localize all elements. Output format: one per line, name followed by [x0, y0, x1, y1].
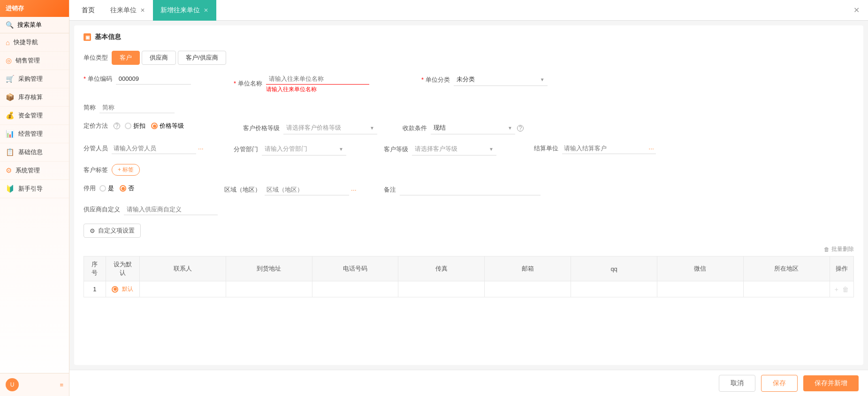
- save-new-button[interactable]: 保存并新增: [803, 375, 859, 391]
- region-input[interactable]: [265, 184, 347, 195]
- tab-new-partner[interactable]: 新增往来单位 ✕: [153, 0, 216, 21]
- col-contact: 联系人: [139, 256, 226, 281]
- cell-region[interactable]: [743, 281, 830, 297]
- manager-more-btn[interactable]: ···: [196, 145, 206, 152]
- payment-select[interactable]: 现结 ▼: [431, 122, 515, 134]
- settlement-more-btn[interactable]: ···: [647, 145, 656, 152]
- form-group-dept: 分管部门 请输入分管部门 ▼: [234, 143, 374, 155]
- cancel-button[interactable]: 取消: [719, 375, 755, 392]
- add-row-btn[interactable]: +: [835, 286, 838, 293]
- sidebar-item-inventory[interactable]: 📦 库存核算: [0, 88, 69, 107]
- sidebar-item-finance[interactable]: 💰 资金管理: [0, 107, 69, 125]
- pricing-help-icon[interactable]: ?: [114, 123, 120, 129]
- sidebar-search-item[interactable]: 🔍 搜索菜单: [0, 17, 69, 33]
- radio-no-label: 否: [128, 184, 134, 193]
- dept-select[interactable]: 请输入分管部门 ▼: [262, 143, 346, 155]
- section-title: ▣ 基本信息: [84, 33, 854, 41]
- form-row-supplier-custom: 供应商自定义: [84, 204, 854, 215]
- row-actions: + 🗑: [835, 286, 849, 293]
- section-icon: ▣: [84, 33, 91, 41]
- table-header-row: 🗑 批量删除: [84, 245, 854, 253]
- settlement-input-wrap: ···: [562, 143, 656, 154]
- form-row-pricing: 定价方法 ? 折扣 价格等级 客户价格等级: [84, 122, 854, 134]
- customer-level-select[interactable]: 请选择客户等级 ▼: [412, 143, 496, 155]
- settlement-input[interactable]: [562, 143, 645, 154]
- qq-input[interactable]: [576, 286, 652, 293]
- sidebar-item-label: 库存核算: [18, 93, 43, 101]
- cell-fax[interactable]: [398, 281, 485, 297]
- tab-home[interactable]: 首页: [74, 0, 103, 21]
- unit-btn-supplier[interactable]: 供应商: [142, 51, 176, 65]
- supplier-custom-label: 供应商自定义: [84, 205, 120, 214]
- address-input[interactable]: [231, 286, 307, 293]
- default-radio[interactable]: 默认: [111, 285, 135, 293]
- customer-price-select[interactable]: 请选择客户价格等级 ▼: [283, 122, 377, 134]
- sidebar-item-operations[interactable]: 📊 经营管理: [0, 125, 69, 143]
- unit-code-input[interactable]: [116, 73, 191, 85]
- remark-input[interactable]: [400, 184, 541, 195]
- sidebar-item-sales[interactable]: ◎ 销售管理: [0, 52, 69, 70]
- batch-delete-btn[interactable]: 🗑 批量删除: [824, 245, 854, 253]
- disable-radio-yes[interactable]: 是: [99, 184, 114, 193]
- short-name-input[interactable]: [99, 102, 175, 113]
- supplier-custom-input[interactable]: [124, 204, 218, 215]
- sidebar-item-system[interactable]: ⚙ 系统管理: [0, 162, 69, 180]
- radio-level-circle: [151, 123, 158, 129]
- add-tag-btn[interactable]: + 标签: [112, 164, 140, 176]
- sidebar-item-basic-info[interactable]: 📋 基础信息: [0, 143, 69, 162]
- avatar: U: [6, 378, 19, 391]
- form-row-shortname: 简称: [84, 102, 854, 113]
- payment-help-icon[interactable]: ?: [517, 125, 524, 132]
- sidebar-item-quick-nav[interactable]: ⌂ 快捷导航: [0, 33, 69, 52]
- unit-category-value: 未分类: [457, 75, 538, 84]
- unit-type-label: 单位类型: [84, 54, 108, 62]
- cell-qq[interactable]: [571, 281, 657, 297]
- customer-price-placeholder: 请选择客户价格等级: [286, 124, 368, 132]
- tab-new-partner-close[interactable]: ✕: [204, 7, 208, 14]
- form-group-customer-price: 客户价格等级 请选择客户价格等级 ▼: [243, 122, 393, 134]
- tab-partner-close[interactable]: ✕: [140, 7, 145, 14]
- col-email: 邮箱: [485, 256, 571, 281]
- disable-radio-group: 是 否: [99, 184, 134, 193]
- form-group-code: 单位编码: [84, 73, 224, 85]
- custom-settings-label: 自定义项设置: [98, 226, 135, 235]
- remark-label: 备注: [384, 186, 396, 194]
- region-more-btn[interactable]: ···: [349, 186, 358, 194]
- main-area: 首页 往来单位 ✕ 新增往来单位 ✕ ✕ ▣ 基本信息 单位类型 客户: [69, 0, 868, 396]
- pricing-label: 定价方法: [84, 122, 108, 130]
- cell-wechat[interactable]: [657, 281, 744, 297]
- sidebar-header: 进销存: [0, 0, 69, 17]
- cell-contact[interactable]: [139, 281, 226, 297]
- phone-input[interactable]: [317, 286, 394, 293]
- chevron-price-icon: ▼: [370, 125, 374, 131]
- unit-btn-both[interactable]: 客户/供应商: [178, 51, 226, 65]
- disable-radio-no[interactable]: 否: [120, 184, 134, 193]
- tab-bar-close-all[interactable]: ✕: [850, 6, 863, 15]
- unit-btn-customer[interactable]: 客户: [112, 51, 140, 65]
- manager-input[interactable]: [112, 143, 194, 154]
- col-region: 所在地区: [743, 256, 830, 281]
- cell-email[interactable]: [485, 281, 571, 297]
- email-input[interactable]: [489, 286, 566, 293]
- disable-label: 停用: [84, 184, 96, 193]
- wechat-input[interactable]: [662, 286, 739, 293]
- save-button[interactable]: 保存: [761, 375, 798, 392]
- custom-settings-btn[interactable]: ⚙ 自定义项设置: [84, 224, 141, 238]
- sidebar-item-purchase[interactable]: 🛒 采购管理: [0, 70, 69, 88]
- row-region-input[interactable]: [748, 286, 825, 293]
- cell-phone[interactable]: [312, 281, 398, 297]
- table-header: 序号 设为默认 联系人 到货地址 电话号码 传真 邮箱 qq 微信 所在地区 操…: [84, 256, 854, 281]
- fax-input[interactable]: [403, 286, 480, 293]
- pricing-radio-level[interactable]: 价格等级: [151, 122, 184, 130]
- pricing-radio-discount[interactable]: 折扣: [125, 122, 145, 130]
- tab-partner[interactable]: 往来单位 ✕: [103, 0, 153, 21]
- default-radio-circle: [112, 286, 118, 293]
- unit-category-select[interactable]: 未分类 ▼: [454, 73, 548, 86]
- batch-delete-label: 批量删除: [831, 245, 854, 253]
- delete-row-btn[interactable]: 🗑: [842, 286, 849, 293]
- unit-name-input[interactable]: [266, 73, 369, 85]
- table-row: 1 默认: [84, 281, 854, 297]
- sidebar-item-guide[interactable]: 🔰 新手引导: [0, 180, 69, 198]
- contact-input[interactable]: [145, 286, 221, 293]
- cell-address[interactable]: [226, 281, 312, 297]
